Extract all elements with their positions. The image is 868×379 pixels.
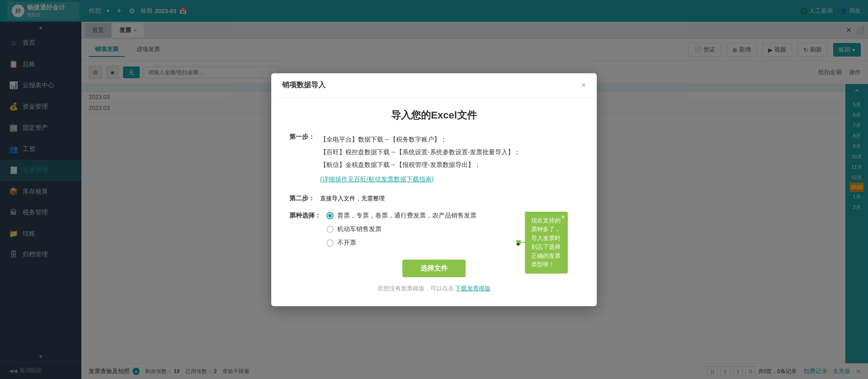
step1-label: 第一步： — [289, 133, 315, 141]
radio-circle-1 — [326, 212, 334, 219]
modal-note: 若您没有发票模版，可以点击 下载发票模版 — [289, 284, 579, 293]
step2-row: 第二步： 直接导入文件，无需整理 — [289, 194, 579, 203]
select-file-button[interactable]: 选择文件 — [402, 260, 466, 277]
download-template-link[interactable]: 下载发票模版 — [455, 285, 491, 292]
ticket-type-group: 票种选择： 普票，专票，卷票，通行费发票，农产品销售发票 机动车销售发票 — [289, 212, 579, 252]
radio-option-2[interactable]: 机动车销售发票 ● ✕ 现在支持的票种多了，导入发票时别忘了选择正确的发票类型呀… — [326, 225, 476, 233]
step1-guide-link[interactable]: (详细操作见百旺/航信发票数据下载指南) — [320, 175, 434, 183]
step2: 第二步： 直接导入文件，无需整理 — [289, 194, 579, 203]
radio-circle-3 — [326, 239, 334, 246]
step1-line1: 【全电平台】数据下载→【税务数字账户】； — [320, 133, 520, 146]
radio-option-3[interactable]: 不开票 — [326, 239, 476, 247]
tooltip-box: ✕ 现在支持的票种多了，导入发票时别忘了选择正确的发票类型呀！ — [525, 212, 568, 274]
step1: 第一步： 【全电平台】数据下载→【税务数字账户】； 【百旺】税控盘数据下载→【系… — [289, 133, 579, 185]
modal-title: 销项数据导入 — [282, 81, 326, 90]
modal-main-title: 导入您的Excel文件 — [289, 109, 579, 122]
tooltip-container: ● ✕ 现在支持的票种多了，导入发票时别忘了选择正确的发票类型呀！ — [516, 212, 568, 274]
import-modal: 销项数据导入 × 导入您的Excel文件 第一步： 【全电平台】数据下载→【税务… — [271, 73, 597, 306]
ticket-label: 票种选择： — [289, 212, 321, 220]
modal-overlay: 销项数据导入 × 导入您的Excel文件 第一步： 【全电平台】数据下载→【税务… — [0, 0, 868, 379]
modal-close-btn[interactable]: × — [581, 81, 586, 90]
step2-content: 直接导入文件，无需整理 — [320, 194, 385, 203]
tooltip-line — [521, 242, 525, 243]
step1-row: 第一步： 【全电平台】数据下载→【税务数字账户】； 【百旺】税控盘数据下载→【系… — [289, 133, 579, 185]
modal-body: 导入您的Excel文件 第一步： 【全电平台】数据下载→【税务数字账户】； 【百… — [271, 98, 597, 306]
modal-header: 销项数据导入 × — [271, 73, 597, 98]
step1-line3: 【航信】金税盘数据下载→【报税管理-发票数据导出】； — [320, 158, 520, 171]
radio-option-1[interactable]: 普票，专票，卷票，通行费发票，农产品销售发票 — [326, 212, 476, 220]
step1-content: 【全电平台】数据下载→【税务数字账户】； 【百旺】税控盘数据下载→【系统设置-系… — [320, 133, 520, 185]
ticket-type-row: 票种选择： 普票，专票，卷票，通行费发票，农产品销售发票 机动车销售发票 — [289, 212, 579, 252]
radio-circle-2 — [326, 226, 334, 233]
step1-line2: 【百旺】税控盘数据下载→【系统设置-系统参数设置-发票批量导入】； — [320, 146, 520, 158]
tooltip-dot: ● — [516, 240, 521, 245]
tooltip-close-btn[interactable]: ✕ — [561, 213, 565, 221]
step2-label: 第二步： — [289, 194, 315, 203]
radio-options: 普票，专票，卷票，通行费发票，农产品销售发票 机动车销售发票 ● ✕ — [326, 212, 476, 252]
radio-dot-1 — [328, 214, 332, 218]
